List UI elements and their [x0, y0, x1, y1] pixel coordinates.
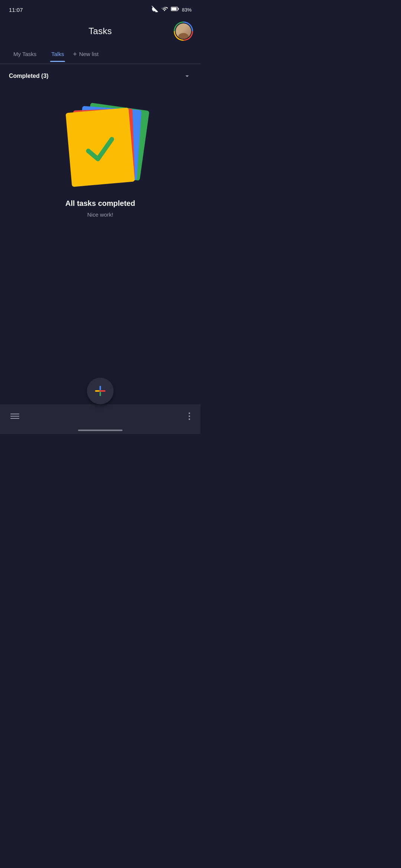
svg-rect-2 [172, 7, 177, 10]
new-list-button[interactable]: + New list [73, 51, 98, 57]
all-tasks-title: All tasks completed [65, 199, 135, 208]
wifi-icon [161, 6, 168, 14]
new-list-label: New list [79, 51, 99, 57]
more-options-button[interactable] [189, 412, 190, 420]
svg-rect-5 [100, 386, 101, 390]
tabs-bar: My Tasks Talks + New list [0, 45, 200, 64]
completed-label: Completed (3) [9, 73, 49, 79]
tab-talks[interactable]: Talks [45, 46, 70, 62]
hamburger-line-1 [10, 414, 19, 414]
hamburger-line-3 [10, 418, 19, 419]
bottom-nav [0, 404, 200, 434]
avatar[interactable] [174, 22, 193, 41]
battery-icon [171, 6, 179, 13]
add-task-button[interactable] [87, 378, 114, 404]
checkmark-icon [82, 133, 118, 165]
page-title: Tasks [89, 26, 112, 36]
menu-button[interactable] [10, 414, 19, 419]
home-indicator [78, 430, 123, 431]
status-icons: 83% [151, 6, 192, 14]
completed-section-header: Completed (3) [0, 64, 200, 88]
tab-my-tasks[interactable]: My Tasks [7, 46, 42, 62]
empty-state: All tasks completed Nice work! [0, 88, 200, 225]
status-time: 11:07 [9, 7, 23, 13]
mute-icon [151, 6, 158, 14]
more-dot-2 [189, 415, 190, 417]
more-dot-3 [189, 418, 190, 420]
hamburger-line-2 [10, 416, 19, 417]
plus-icon: + [73, 51, 77, 57]
svg-rect-3 [178, 8, 179, 10]
expand-completed-button[interactable] [183, 72, 192, 80]
paper-yellow [66, 108, 135, 187]
add-task-icon [94, 384, 107, 398]
svg-rect-6 [100, 392, 101, 396]
app-header: Tasks [0, 18, 200, 45]
svg-rect-7 [95, 390, 100, 392]
more-dot-1 [189, 412, 190, 414]
fab-area [87, 378, 114, 404]
battery-percent: 83% [182, 7, 192, 13]
nice-work-subtitle: Nice work! [87, 211, 113, 218]
status-bar: 11:07 83% [0, 0, 200, 18]
tasks-illustration [59, 103, 141, 184]
